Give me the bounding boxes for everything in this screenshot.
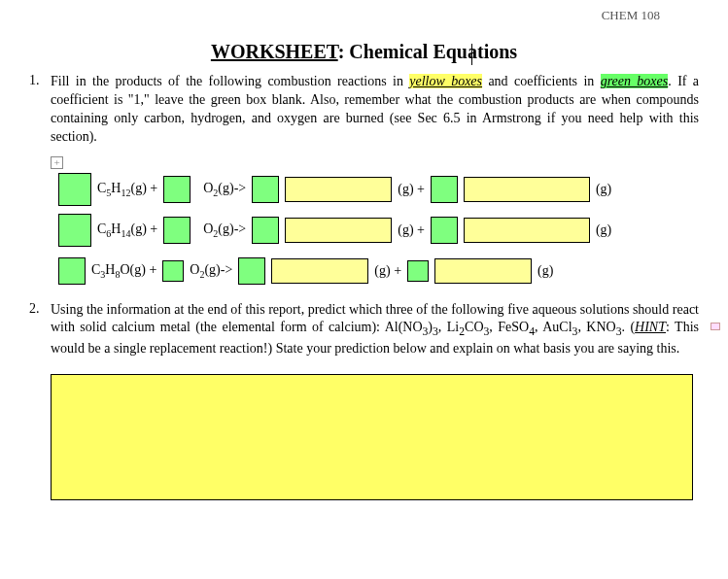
reactant-1: C5H12(g) + <box>97 181 157 198</box>
coef-input-2c[interactable] <box>252 217 279 244</box>
gplus-3: (g) + <box>374 263 401 279</box>
coef-input-2a[interactable] <box>58 214 91 247</box>
coef-input-2d[interactable] <box>431 217 458 244</box>
object-anchor-handle[interactable]: + <box>51 156 63 169</box>
o2-3: O2(g)-> <box>190 262 232 280</box>
equation-row-3: C3H8O(g) + O2(g)-> (g) + (g) <box>58 255 699 288</box>
text-cursor <box>471 44 472 65</box>
product-input-2b[interactable] <box>464 218 590 243</box>
coef-input-1b[interactable] <box>163 176 191 203</box>
question-2: 2. Using the information at the end of t… <box>29 301 699 358</box>
title-prefix: WORKSHEET <box>211 41 338 62</box>
coef-input-1d[interactable] <box>431 176 458 203</box>
question-2-number: 2. <box>29 301 51 358</box>
coef-input-3d[interactable] <box>407 260 429 282</box>
coef-input-1a[interactable] <box>58 173 91 206</box>
question-1-text: Fill in the products of the following co… <box>51 73 699 147</box>
gend-1: (g) <box>596 182 611 197</box>
o2-1: O2(g)-> <box>196 181 246 198</box>
coef-input-3b[interactable] <box>162 260 184 282</box>
product-input-1b[interactable] <box>464 177 590 202</box>
comment-marker-icon[interactable] <box>711 323 720 330</box>
answer-box-q2[interactable] <box>51 374 693 500</box>
question-1-number: 1. <box>29 73 51 147</box>
hint-label: HINT <box>635 320 666 334</box>
product-input-3a[interactable] <box>271 258 368 284</box>
gplus-2: (g) + <box>398 222 425 238</box>
coef-input-2b[interactable] <box>163 217 191 244</box>
equation-row-1: C5H12(g) + O2(g)-> (g) + (g) <box>58 173 699 206</box>
product-input-2a[interactable] <box>285 218 392 243</box>
product-input-1a[interactable] <box>285 177 392 202</box>
question-1: 1. Fill in the products of the following… <box>29 73 699 147</box>
reactant-2: C6H14(g) + <box>97 221 157 239</box>
title-suffix: : Chemical Equations <box>338 41 517 62</box>
highlight-yellow-label: yellow boxes <box>409 74 482 88</box>
equations-block: C5H12(g) + O2(g)-> (g) + (g) C6H14(g) + … <box>58 173 699 288</box>
highlight-green-label: green boxes <box>601 74 669 88</box>
coef-input-3a[interactable] <box>58 257 86 285</box>
reactant-3: C3H8O(g) + <box>91 262 156 280</box>
o2-2: O2(g)-> <box>196 221 246 239</box>
coef-input-3c[interactable] <box>238 257 265 285</box>
worksheet-title: WORKSHEET: Chemical Equations <box>29 41 699 63</box>
course-header: CHEM 108 <box>29 8 660 23</box>
coef-input-1c[interactable] <box>252 176 279 203</box>
gplus-1: (g) + <box>398 182 425 197</box>
product-input-3b[interactable] <box>434 258 532 284</box>
gend-2: (g) <box>596 222 611 238</box>
gend-3: (g) <box>537 263 553 279</box>
question-2-text: Using the information at the end of this… <box>51 301 699 358</box>
equation-row-2: C6H14(g) + O2(g)-> (g) + (g) <box>58 214 699 247</box>
